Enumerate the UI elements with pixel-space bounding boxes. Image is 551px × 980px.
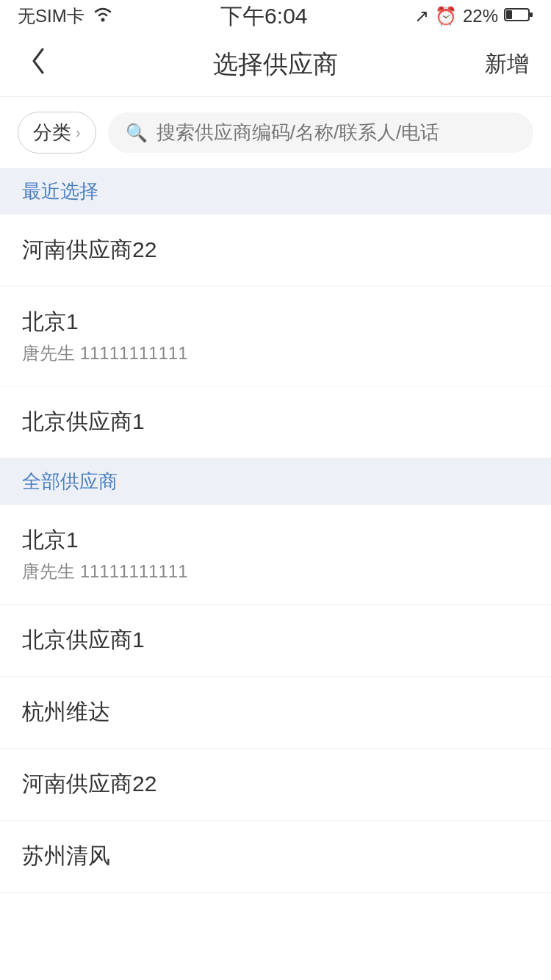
all-section-label: 全部供应商 [22, 470, 118, 492]
list-item[interactable]: 北京供应商1 [0, 605, 551, 677]
battery-icon [504, 6, 533, 26]
status-right: ↗ ⏰ 22% [414, 6, 533, 26]
alarm-icon: ⏰ [435, 6, 457, 26]
all-items-list: 北京1唐先生 11111111111北京供应商1杭州维达河南供应商22苏州清风 [0, 505, 551, 893]
category-button[interactable]: 分类 › [18, 112, 96, 154]
item-name: 河南供应商22 [22, 235, 529, 265]
list-item[interactable]: 北京1唐先生 11111111111 [0, 505, 551, 605]
status-bar: 无SIM卡 下午6:04 ↗ ⏰ 22% [0, 0, 551, 32]
item-name: 北京1 [22, 525, 529, 555]
list-item[interactable]: 杭州维达 [0, 677, 551, 749]
recent-items-list: 河南供应商22北京1唐先生 11111111111北京供应商1 [0, 215, 551, 458]
no-sim-label: 无SIM卡 [18, 4, 84, 28]
search-box[interactable]: 🔍 [108, 112, 533, 153]
status-left: 无SIM卡 [18, 4, 114, 28]
item-name: 北京供应商1 [22, 625, 529, 655]
wifi-icon [92, 6, 114, 26]
category-label: 分类 [33, 120, 71, 145]
recent-section-label: 最近选择 [22, 180, 98, 202]
item-name: 北京1 [22, 307, 529, 337]
list-item[interactable]: 河南供应商22 [0, 215, 551, 287]
list-item[interactable]: 北京供应商1 [0, 386, 551, 458]
svg-rect-2 [506, 10, 512, 19]
item-name: 杭州维达 [22, 697, 529, 727]
list-item[interactable]: 北京1唐先生 11111111111 [0, 287, 551, 386]
all-section-header: 全部供应商 [0, 458, 551, 505]
item-name: 北京供应商1 [22, 407, 529, 437]
page-title: 选择供应商 [213, 48, 338, 82]
back-button[interactable] [22, 39, 54, 90]
item-name: 河南供应商22 [22, 769, 529, 799]
chevron-right-icon: › [76, 124, 81, 141]
search-row: 分类 › 🔍 [0, 97, 551, 168]
search-icon: 🔍 [126, 123, 148, 143]
item-sub: 唐先生 11111111111 [22, 560, 529, 583]
search-input[interactable] [156, 121, 516, 144]
list-item[interactable]: 河南供应商22 [0, 749, 551, 821]
recent-section-header: 最近选择 [0, 168, 551, 215]
battery-label: 22% [463, 6, 498, 26]
svg-point-0 [101, 18, 104, 22]
item-sub: 唐先生 11111111111 [22, 342, 529, 365]
add-button[interactable]: 新增 [485, 49, 529, 79]
list-item[interactable]: 苏州清风 [0, 821, 551, 893]
location-icon: ↗ [414, 6, 429, 26]
nav-bar: 选择供应商 新增 [0, 32, 551, 97]
status-time: 下午6:04 [220, 1, 307, 32]
item-name: 苏州清风 [22, 841, 529, 871]
svg-rect-3 [530, 12, 533, 17]
